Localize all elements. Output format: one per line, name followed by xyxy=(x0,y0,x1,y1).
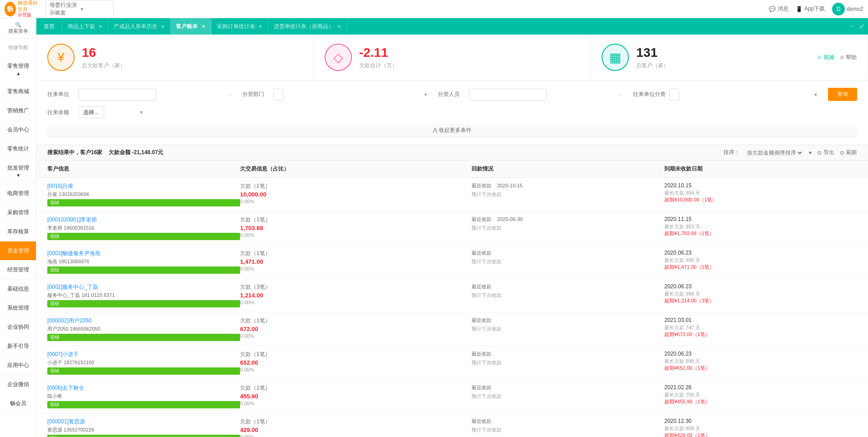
customer-badge-7: 现销 xyxy=(47,435,240,437)
cell-customer-6: [0006]去下粮仓 陈小希 现销 xyxy=(47,384,240,408)
return-next-2: 预计下次收款 xyxy=(472,258,664,265)
customer-name-5[interactable]: [0007]小进干 xyxy=(47,351,240,358)
sidebar-item-corp[interactable]: 企业协同 xyxy=(0,318,36,337)
col-header-expire: 到期未收款日期 xyxy=(664,165,857,173)
expire-amount-6[interactable]: 超期¥455.90（1笔） xyxy=(664,398,857,405)
sidebar-item-retail-store[interactable]: 零售商城 xyxy=(0,82,36,101)
tab-purchase-stats[interactable]: 采购订单统计表 × xyxy=(211,18,268,35)
sidebar-item-finance[interactable]: 资金管理 xyxy=(0,241,36,261)
tab-product-history[interactable]: 产成品入库单历史 × xyxy=(108,18,171,35)
customer-name-4[interactable]: [000002]用户2050 xyxy=(47,317,240,325)
store-name: 母婴行业演示账套 xyxy=(50,1,79,17)
col-header-return: 回款情况 xyxy=(472,165,664,173)
tab-import-stats-close[interactable]: × xyxy=(337,23,341,30)
return-next-3: 预计下次收款 xyxy=(472,292,664,299)
collapse-filters-btn[interactable]: ⋀ 收起更多条件 xyxy=(47,124,857,137)
return-last-5: 最近收款 xyxy=(472,351,664,357)
search-button[interactable]: 查询 xyxy=(828,88,857,101)
return-next-0: 预计下次收款 xyxy=(472,191,664,198)
customer-name-1[interactable]: [0001020001]李老师 xyxy=(47,216,240,224)
sidebar-item-retail-mgmt[interactable]: 零售管理 ▲ xyxy=(0,57,36,82)
sidebar-search-label: 搜索菜单 xyxy=(4,28,32,35)
stat-card-3-content: 131 总客户（家） xyxy=(636,45,669,70)
cell-debt-2: 欠款（1笔） 1,471.00 0.00% xyxy=(240,250,472,271)
tab-purchase-stats-label: 采购订单统计表 xyxy=(217,23,255,30)
sidebar-search[interactable]: 🔍 搜索菜单 xyxy=(0,18,36,39)
table-row: [0016]吕俊 吕俊 13026203696 现销 欠款（1笔） 10,000… xyxy=(36,178,868,211)
stat-card-debt-total: ◇ -2.11 欠款合计（万） xyxy=(314,35,591,80)
cell-debt-1: 欠款（1笔） 1,703.68 0.00% xyxy=(240,216,472,238)
customer-name-2[interactable]: [0003]畅捷服务尹海燕 xyxy=(47,250,240,257)
debt-count-7: 欠款（1笔） xyxy=(240,418,472,426)
tab-product-history-close[interactable]: × xyxy=(161,23,165,30)
tab-products-off[interactable]: 商品上下架 × xyxy=(62,18,108,35)
sidebar-item-member[interactable]: 会员中心 xyxy=(0,121,36,140)
customer-name-6[interactable]: [0006]去下粮仓 xyxy=(47,384,240,392)
customer-name-3[interactable]: [0002]服务中心_丁磊 xyxy=(47,283,240,291)
filter-person-input[interactable] xyxy=(469,89,547,100)
return-last-6: 最近收款 xyxy=(472,384,664,391)
sidebar-item-ops[interactable]: 经营管理 xyxy=(0,261,36,280)
expire-amount-3[interactable]: 超期¥1,214.00（3笔） xyxy=(664,297,857,304)
user-area[interactable]: D demo2 xyxy=(832,3,863,15)
table-row: [0006]去下粮仓 陈小希 现销 欠款（1笔） 455.90 0.00% 最近… xyxy=(36,380,868,413)
filter-balance-select[interactable]: 选择... xyxy=(78,106,104,118)
expire-amount-1[interactable]: 超期¥1,703.68（1笔） xyxy=(664,230,857,237)
tab-import-stats[interactable]: 进货单统计表（按商品） × xyxy=(268,18,347,35)
store-selector[interactable]: 母婴行业演示账套 ▾ xyxy=(45,0,114,18)
filter-from-unit-dots[interactable]: ··· xyxy=(227,91,231,98)
filter-from-unit-input[interactable] xyxy=(78,89,156,100)
expire-amount-5[interactable]: 超期¥652.00（1笔） xyxy=(664,365,857,372)
tab-products-off-close[interactable]: × xyxy=(99,23,102,30)
customer-badge-5: 现销 xyxy=(47,367,240,375)
return-last-2: 最近收款 xyxy=(472,250,664,256)
filter-dept-select[interactable] xyxy=(273,89,283,100)
table-row: [000001]黄思源 黄思源 13552700226 现销 欠款（1笔） 42… xyxy=(36,413,868,437)
cell-return-1: 最近收款 2020-06-30 预计下次收款 xyxy=(472,216,664,231)
tab-maximize-btn[interactable]: ⤢ xyxy=(859,23,864,30)
table-header: 客户信息 欠交易信息（占比） 回款情况 到期未收款日期 xyxy=(36,161,868,178)
debt-amount-4: 672.00 xyxy=(240,326,472,332)
expire-amount-7[interactable]: 超期¥429.00（1笔） xyxy=(664,432,857,437)
sidebar-item-system[interactable]: 系统管理 xyxy=(0,299,36,318)
return-last-1: 最近收款 2020-06-30 xyxy=(472,216,664,223)
customer-name-0[interactable]: [0016]吕俊 xyxy=(47,182,240,190)
app-download-btn[interactable]: 📱 App下载 xyxy=(796,5,825,13)
expire-amount-4[interactable]: 超期¥672.00（1笔） xyxy=(664,331,857,338)
sidebar-item-wechat[interactable]: 企业微信 xyxy=(0,375,36,394)
sidebar-item-basic[interactable]: 基础信息 xyxy=(0,280,36,299)
help-btn[interactable]: ⊙ 帮助 xyxy=(840,54,857,61)
sort-select[interactable]: 按欠款金额倒序排序 xyxy=(745,149,803,156)
sidebar-item-guide[interactable]: 新手引导 xyxy=(0,337,36,356)
refresh-btn[interactable]: ⊙ 刷新 xyxy=(840,149,857,156)
filter-label-unit-class: 往来单位分类 xyxy=(633,90,666,98)
collapse-icon: ⋀ 收起更多条件 xyxy=(433,127,472,133)
expire-amount-2[interactable]: 超期¥1,471.00（1笔） xyxy=(664,264,857,271)
sidebar-item-batch-mgmt[interactable]: 批发管理 ▼ xyxy=(0,159,36,184)
col-header-customer: 客户信息 xyxy=(47,165,240,173)
message-btn[interactable]: 💬 消息 xyxy=(769,5,788,13)
tab-minimize-btn[interactable]: － xyxy=(849,22,855,30)
filter-dept-wrapper: ▾ xyxy=(273,89,430,100)
sidebar-item-retail-stats[interactable]: 零售统计 xyxy=(0,140,36,159)
sidebar-item-member2[interactable]: 畅会员 xyxy=(0,394,36,413)
debt-amount-0: 10,000.00 xyxy=(240,191,472,198)
stat-label-debt-customers: 总欠款客户（家） xyxy=(82,62,125,70)
debt-percent-4: 0.00% xyxy=(240,333,472,339)
tab-customer-account[interactable]: 客户账本 × xyxy=(171,18,211,35)
sidebar-item-inventory[interactable]: 库存核算 xyxy=(0,222,36,241)
video-btn[interactable]: ⊙ 视频 xyxy=(817,54,834,61)
debt-count-0: 欠款（1笔） xyxy=(240,182,472,190)
tab-home[interactable]: 首页 xyxy=(36,18,62,35)
export-btn[interactable]: ⊙ 导出 xyxy=(817,149,834,156)
filter-person-dots[interactable]: ··· xyxy=(617,91,622,98)
sidebar-item-purchase[interactable]: 采购管理 xyxy=(0,203,36,222)
sidebar-item-marketing[interactable]: 营销推广 xyxy=(0,101,36,121)
tab-customer-account-close[interactable]: × xyxy=(201,23,205,30)
tab-purchase-stats-close[interactable]: × xyxy=(259,23,262,30)
customer-name-7[interactable]: [000001]黄思源 xyxy=(47,418,240,426)
filter-unit-class-select[interactable] xyxy=(669,89,679,100)
sidebar-item-apps[interactable]: 应用中心 xyxy=(0,356,36,375)
sidebar-item-ecom[interactable]: 电商管理 xyxy=(0,184,36,203)
expire-amount-0[interactable]: 超期¥10,000.00（1笔） xyxy=(664,196,857,203)
